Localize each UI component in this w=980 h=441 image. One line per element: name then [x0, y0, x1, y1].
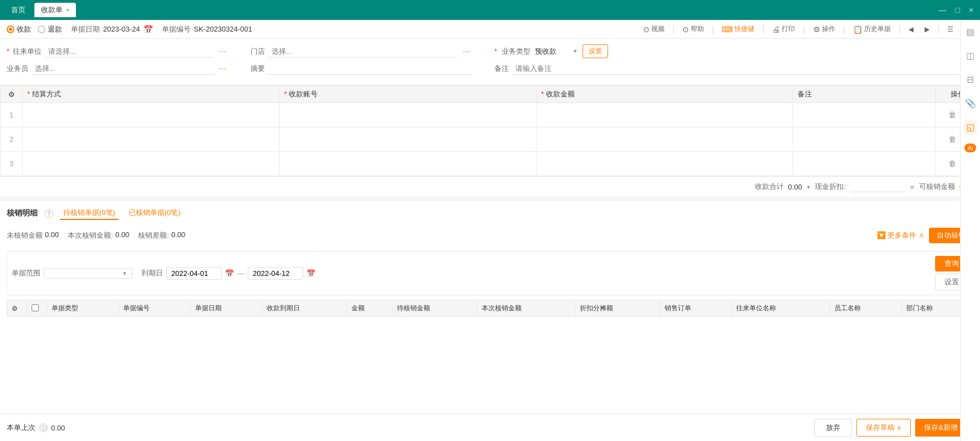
col-account-header: * 收款账号	[279, 86, 536, 103]
hexiao-tab-done[interactable]: 已核销单据(0笔)	[125, 207, 184, 220]
radio-shoukuan[interactable]: 收款	[7, 24, 31, 34]
tab-home-label: 首页	[11, 5, 25, 15]
divider3: |	[762, 24, 764, 34]
shortcut-btn[interactable]: ⌨ 快捷键	[718, 23, 758, 35]
this-order-label: 本单上次	[7, 423, 35, 433]
col-amount-header: * 收款金额	[536, 86, 793, 103]
date-to-icon[interactable]: 📅	[307, 269, 315, 278]
range-select[interactable]: ▼	[44, 268, 132, 279]
counter-input[interactable]	[45, 45, 213, 58]
select-all-checkbox[interactable]	[32, 304, 39, 311]
date-from-icon[interactable]: 📅	[225, 269, 234, 278]
form-section: * 往来单位 ··· 门店 ··· * 业务类型 预收款 ▼ 设置	[0, 39, 980, 85]
biz-label: 业务类型	[502, 47, 530, 57]
hexiao-info-icon[interactable]: ?	[44, 209, 53, 218]
date-from-input[interactable]	[166, 267, 222, 280]
calendar-icon[interactable]: 📅	[144, 25, 153, 34]
tab-shoukuan-label: 收款单	[41, 5, 63, 15]
counter-more-btn[interactable]: ···	[217, 47, 228, 57]
row-delete-icon[interactable]: 🗑	[948, 135, 956, 143]
diff-stat: 核销差额: 0.00	[138, 230, 185, 240]
summary-total-value: 0.00	[788, 183, 802, 191]
hexiao-stats: 未核销金额 0.00 本次核销金额: 0.00 核销差额: 0.00 🔽 更多条…	[7, 224, 973, 247]
radio-tuikuan-label: 退款	[48, 24, 62, 34]
number-value: SK-20230324-001	[194, 25, 253, 33]
store-more-btn[interactable]: ···	[461, 47, 472, 57]
video-btn[interactable]: ⊙ 视频	[640, 23, 668, 35]
footer-right: 放弃 保存草稿 ∧ 保存&新增 ∧	[814, 419, 973, 437]
biz-type-dropdown[interactable]: ▼	[573, 48, 578, 54]
radio-tuikuan[interactable]: 退款	[38, 24, 62, 34]
list-view-btn[interactable]: ☰	[944, 24, 957, 34]
sidebar-table-icon[interactable]: ▤	[964, 24, 977, 39]
date-label: 单据日期	[71, 24, 100, 34]
operate-btn[interactable]: ⚙ 操作	[810, 23, 839, 35]
bottom-col-header: 金额	[347, 300, 392, 317]
summary-plus: +	[807, 183, 811, 191]
minimize-btn[interactable]: —	[936, 4, 948, 16]
sidebar-expand-icon[interactable]: ◱	[964, 120, 977, 135]
radio-tuikuan-dot	[38, 25, 45, 33]
footer-info-icon[interactable]: ⓘ	[39, 423, 48, 432]
row-account[interactable]	[279, 103, 536, 127]
hexiao-tab-pending[interactable]: 待核销单据(0笔)	[60, 207, 119, 220]
history-btn[interactable]: 📋 历史单据	[850, 23, 894, 35]
row-settlement[interactable]	[23, 103, 279, 127]
summary-available-label: 可核销金额	[919, 182, 955, 192]
store-input[interactable]	[268, 45, 457, 58]
nav-next-btn[interactable]: ▶	[921, 24, 933, 34]
print-btn[interactable]: 🖨 打印	[769, 23, 798, 35]
staff-more-btn[interactable]: ···	[217, 64, 228, 74]
tab-shoukuan[interactable]: 收款单 ×	[34, 3, 76, 17]
row-remark[interactable]	[793, 103, 936, 127]
table-gear-header[interactable]: ⚙	[1, 86, 23, 103]
bottom-gear-header[interactable]: ⚙	[7, 300, 27, 317]
row-delete-icon[interactable]: 🗑	[948, 159, 956, 168]
row-amount[interactable]	[536, 103, 793, 127]
staff-input[interactable]	[32, 63, 213, 75]
maximize-btn[interactable]: □	[953, 4, 962, 16]
bottom-col-header: 待核销金额	[392, 300, 477, 317]
summary-input[interactable]	[268, 63, 472, 75]
divider6: |	[899, 24, 901, 34]
biz-type-field: * 业务类型 预收款 ▼ 设置	[494, 44, 608, 58]
row-settlement[interactable]	[23, 127, 279, 152]
this-check-label: 本次核销金额:	[68, 230, 113, 240]
row-account[interactable]	[279, 127, 536, 152]
tab-home[interactable]: 首页	[4, 3, 32, 17]
row-account[interactable]	[279, 152, 536, 176]
sidebar-doc-icon[interactable]: ◫	[964, 48, 977, 63]
more-conditions-btn[interactable]: 🔽 更多条件 ∧	[877, 230, 925, 240]
save-draft-btn[interactable]: 保存草稿 ∧	[856, 419, 911, 437]
sidebar-minus-icon[interactable]: ⊟	[964, 72, 976, 87]
remark-input[interactable]	[512, 63, 973, 75]
row-settlement[interactable]	[23, 152, 279, 176]
sidebar-clip-icon[interactable]: 📎	[963, 96, 978, 111]
row-remark[interactable]	[793, 127, 936, 152]
counter-required: *	[7, 48, 9, 55]
settings-btn[interactable]: 设置	[583, 44, 608, 58]
summary-row: 收款合计 0.00 + 现金折扣: = 可核销金额 0.00	[0, 176, 980, 197]
nav-prev-btn[interactable]: ◀	[905, 24, 917, 34]
row-amount[interactable]	[536, 127, 793, 152]
print-icon: 🖨	[772, 25, 780, 34]
ai-badge[interactable]: Ai	[964, 143, 977, 152]
col-settlement-header: * 结算方式	[23, 86, 279, 103]
bottom-col-header: 往来单位名称	[732, 300, 830, 317]
row-amount[interactable]	[536, 152, 793, 176]
save-draft-arrow: ∧	[897, 424, 901, 432]
shortcut-icon: ⌨	[722, 25, 733, 34]
date-to-input[interactable]	[248, 267, 303, 280]
summary-discount-input[interactable]	[850, 181, 906, 192]
row-delete-icon[interactable]: 🗑	[948, 110, 956, 119]
table-row: 3 🗑 ⧉	[1, 152, 980, 176]
close-btn[interactable]: ×	[967, 4, 976, 16]
video-icon: ⊙	[643, 25, 650, 34]
abandon-btn[interactable]: 放弃	[814, 419, 852, 437]
row-remark[interactable]	[793, 152, 936, 176]
table-row: 2 🗑 ⧉	[1, 127, 980, 152]
help-btn[interactable]: ⊙ 帮助	[679, 23, 707, 35]
tab-close-icon[interactable]: ×	[66, 7, 69, 13]
col-remark-header: 备注	[793, 86, 936, 103]
bottom-check-header[interactable]	[27, 300, 47, 317]
